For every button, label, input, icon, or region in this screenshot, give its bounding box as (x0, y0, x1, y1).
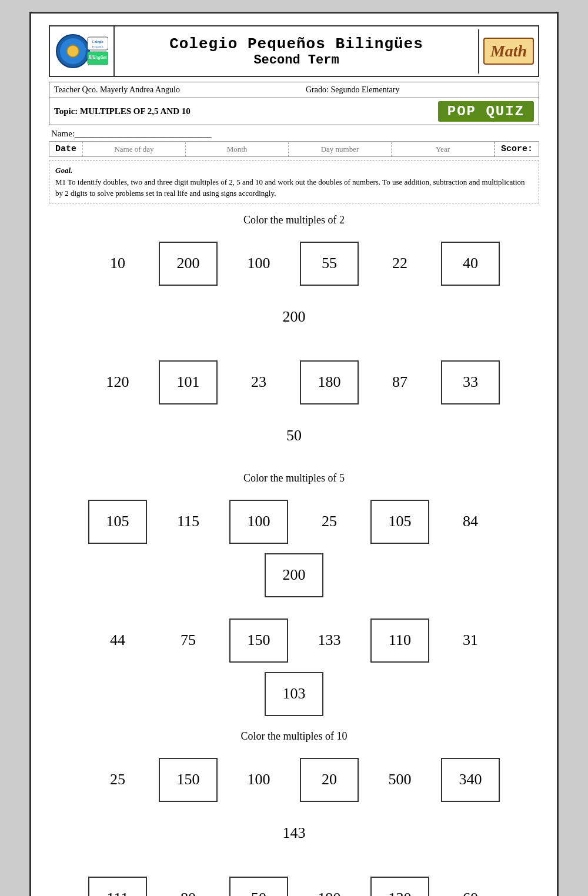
title-line2: Second Term (121, 53, 472, 68)
logo-right: Math (479, 33, 538, 69)
number-cell[interactable]: 500 (370, 758, 429, 802)
logo-left: Colegio Pequeños Bilingües (50, 26, 115, 76)
pop-quiz-badge: POP QUIZ (438, 101, 534, 122)
number-cell[interactable]: 100 (229, 242, 288, 286)
goal-title: Goal. (55, 165, 533, 176)
number-cell[interactable]: 120 (88, 360, 147, 404)
teacher-label: Teacher Qco. Mayerly Andrea Angulo (54, 85, 282, 95)
number-cell[interactable]: 50 (229, 877, 288, 897)
number-cell[interactable]: 100 (229, 758, 288, 802)
svg-text:Colegio: Colegio (92, 40, 103, 44)
school-logo-icon: Colegio Pequeños Bilingües (55, 31, 108, 71)
goal-text: M1 To identify doubles, two and three di… (55, 176, 533, 199)
name-label: Name:_______________________________ (51, 129, 211, 138)
math-logo: Math (483, 38, 534, 65)
number-cell[interactable]: 25 (88, 758, 147, 802)
date-field-day-number[interactable]: Day number (289, 142, 392, 156)
header: Colegio Pequeños Bilingües Colegio Peque… (49, 25, 539, 77)
date-row: Date Name of day Month Day number Year S… (49, 141, 539, 157)
svg-text:Bilingües: Bilingües (88, 55, 107, 60)
number-cell[interactable]: 105 (88, 500, 147, 544)
number-cell[interactable]: 190 (300, 877, 359, 897)
number-cell[interactable]: 100 (229, 500, 288, 544)
number-cell[interactable]: 50 (265, 414, 323, 458)
number-cell[interactable]: 80 (159, 877, 218, 897)
number-cell[interactable]: 20 (300, 758, 359, 802)
header-title: Colegio Pequeños Bilingües Second Term (115, 29, 479, 73)
title-line1: Colegio Pequeños Bilingües (121, 35, 472, 53)
number-cell[interactable]: 200 (159, 242, 218, 286)
section2-row2: 44 75 150 133 110 31 103 (49, 614, 539, 721)
number-cell[interactable]: 180 (300, 360, 359, 404)
score-label: Score: (495, 142, 539, 156)
number-cell[interactable]: 200 (265, 295, 323, 339)
section3-row2: 111 80 50 190 130 60 211 (49, 872, 539, 897)
number-cell[interactable]: 133 (300, 618, 359, 663)
number-cell[interactable]: 111 (88, 877, 147, 897)
section3-title: Color the multiples of 10 (49, 730, 539, 743)
number-cell[interactable]: 115 (159, 500, 218, 544)
section1-row2: 120 101 23 180 87 33 50 (49, 356, 539, 463)
section3-row1: 25 150 100 20 500 340 143 (49, 753, 539, 860)
date-field-month[interactable]: Month (186, 142, 289, 156)
goal-box: Goal. M1 To identify doubles, two and th… (49, 161, 539, 203)
teacher-row: Teacher Qco. Mayerly Andrea Angulo Grado… (49, 82, 539, 98)
grado-label: Grado: Segundo Elementary (282, 85, 534, 95)
number-cell[interactable]: 130 (370, 877, 429, 897)
section2: Color the multiples of 5 105 115 100 25 … (49, 472, 539, 721)
number-cell[interactable]: 23 (229, 360, 288, 404)
number-cell[interactable]: 10 (88, 242, 147, 286)
number-cell[interactable]: 84 (441, 500, 500, 544)
section3: Color the multiples of 10 25 150 100 20 … (49, 730, 539, 897)
number-cell[interactable]: 87 (370, 360, 429, 404)
number-cell[interactable]: 110 (370, 618, 429, 663)
number-cell[interactable]: 103 (265, 672, 323, 716)
number-cell[interactable]: 75 (159, 618, 218, 663)
section1-row1: 10 200 100 55 22 40 200 (49, 237, 539, 344)
number-cell[interactable]: 25 (300, 500, 359, 544)
number-cell[interactable]: 44 (88, 618, 147, 663)
number-cell[interactable]: 150 (229, 618, 288, 663)
date-label: Date (49, 142, 83, 156)
number-cell[interactable]: 101 (159, 360, 218, 404)
number-cell[interactable]: 105 (370, 500, 429, 544)
number-cell[interactable]: 31 (441, 618, 500, 663)
section1-title: Color the multiples of 2 (49, 214, 539, 226)
date-field-day-name[interactable]: Name of day (83, 142, 186, 156)
section1: Color the multiples of 2 10 200 100 55 2… (49, 214, 539, 463)
number-cell[interactable]: 150 (159, 758, 218, 802)
section2-row1: 105 115 100 25 105 84 200 (49, 495, 539, 602)
date-field-year[interactable]: Year (392, 142, 495, 156)
name-row: Name:_______________________________ (49, 129, 539, 139)
number-cell[interactable]: 55 (300, 242, 359, 286)
page: Colegio Pequeños Bilingües Colegio Peque… (29, 12, 559, 896)
number-cell[interactable]: 40 (441, 242, 500, 286)
number-cell[interactable]: 60 (441, 877, 500, 897)
svg-point-2 (67, 45, 79, 57)
topic-label: Topic: MULTIPLES OF 2,5 AND 10 (54, 106, 438, 116)
topic-row: Topic: MULTIPLES OF 2,5 AND 10 POP QUIZ (49, 98, 539, 125)
number-cell[interactable]: 200 (265, 553, 323, 597)
number-cell[interactable]: 143 (265, 811, 323, 855)
number-cell[interactable]: 33 (441, 360, 500, 404)
number-cell[interactable]: 340 (441, 758, 500, 802)
number-cell[interactable]: 22 (370, 242, 429, 286)
section2-title: Color the multiples of 5 (49, 472, 539, 484)
svg-text:Pequeños: Pequeños (92, 45, 103, 48)
